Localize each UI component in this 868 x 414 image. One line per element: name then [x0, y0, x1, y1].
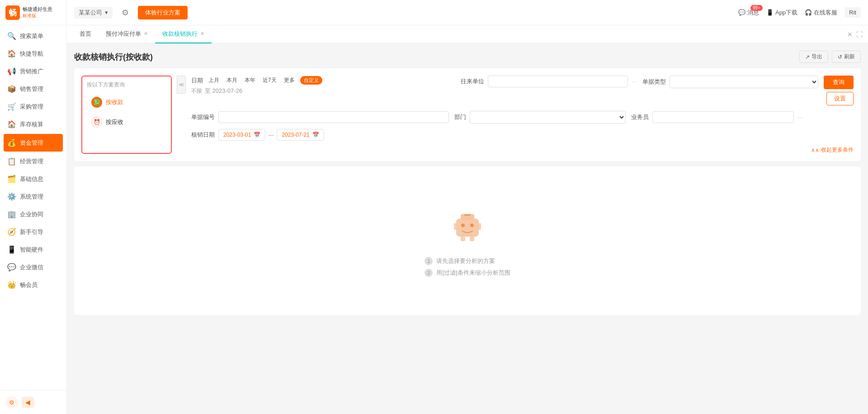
- date-shortcut-7days[interactable]: 近7天: [261, 76, 278, 85]
- solution-button[interactable]: 体验行业方案: [138, 6, 188, 19]
- sidebar-item-member[interactable]: 👑 畅会员: [0, 276, 66, 294]
- dept-select[interactable]: [470, 111, 626, 124]
- empty-tip-1: 1 请先选择要分析的方案: [425, 255, 510, 267]
- topbar-right: 💬 消息 99+ 📱 App下载 🎧 在线客服 Rit: [738, 7, 861, 18]
- enterprise-icon: 🏢: [7, 210, 16, 219]
- query-button[interactable]: 查询: [824, 76, 854, 89]
- page-actions: ↗ 导出 ↺ 刷新: [799, 51, 861, 63]
- date-shortcut-this-year[interactable]: 本年: [243, 76, 257, 85]
- svg-rect-8: [464, 214, 471, 216]
- tab-close-receivable[interactable]: ✕: [200, 31, 204, 37]
- setting-button[interactable]: 设置: [826, 92, 854, 105]
- empty-illustration: [445, 203, 490, 248]
- empty-tips: 1 请先选择要分析的方案 2 用[过滤]条件来缩小分析范围: [425, 255, 510, 279]
- sidebar-item-finance[interactable]: 💰 资金管理: [4, 134, 63, 152]
- filter-option-by-receivable[interactable]: ⏰ 按应收: [87, 113, 166, 131]
- staff-input[interactable]: [652, 111, 794, 123]
- sidebar-item-enterprise[interactable]: 🏢 企业协同: [0, 205, 66, 223]
- app-logo-text: 畅捷通好生意 标准版: [23, 6, 52, 19]
- sidebar-item-purchase[interactable]: 🛒 采购管理: [0, 98, 66, 115]
- marketing-icon: 📢: [7, 67, 16, 76]
- settings-bottom-icon[interactable]: ⚙: [5, 396, 18, 409]
- system-icon: ⚙️: [7, 192, 16, 201]
- sidebar-item-hardware[interactable]: 📱 智能硬件: [0, 241, 66, 258]
- tab-home[interactable]: 首页: [72, 25, 99, 43]
- date-shortcut-last-month[interactable]: 上月: [207, 76, 221, 85]
- headset-icon: 🎧: [805, 9, 812, 16]
- operation-icon: 📋: [7, 157, 16, 166]
- calendar-icon: 📅: [254, 132, 260, 138]
- sidebar-item-weixin[interactable]: 💬 企业微信: [0, 258, 66, 276]
- export-icon: ↗: [805, 54, 810, 60]
- page-content: 收款核销执行(按收款) ↗ 导出 ↺ 刷新 按以下方案查询 💹 按收款: [67, 43, 868, 414]
- receipt-icon: 💹: [91, 97, 102, 108]
- filter-scheme-selector: 按以下方案查询 💹 按收款 ⏰ 按应收: [81, 76, 172, 154]
- tab-receivable[interactable]: 收款核销执行 ✕: [155, 25, 212, 43]
- filter-scheme-title: 按以下方案查询: [87, 81, 166, 89]
- sidebar-item-system[interactable]: ⚙️ 系统管理: [0, 188, 66, 205]
- date-shortcut-this-month[interactable]: 本月: [225, 76, 239, 85]
- basic-icon: 🗂️: [7, 175, 16, 183]
- date-unlimited-label: 不限: [191, 87, 202, 95]
- verify-date-range: 2023-03-01 📅 — 2023-07-21 📅: [218, 129, 451, 141]
- sidebar-item-basic[interactable]: 🗂️ 基础信息: [0, 170, 66, 188]
- partner-more-icon[interactable]: ···: [632, 78, 637, 85]
- sidebar-item-sales[interactable]: 📦 销售管理: [0, 80, 66, 98]
- sidebar-item-operation[interactable]: 📋 经营管理: [0, 152, 66, 170]
- doc-type-select[interactable]: [670, 76, 818, 88]
- user-menu[interactable]: Rit: [844, 7, 861, 18]
- message-button[interactable]: 💬 消息 99+: [738, 9, 759, 17]
- tab-prepay[interactable]: 预付冲应付单 ✕: [99, 25, 155, 43]
- sidebar-nav: 🔍 搜索菜单 🏠 快捷导航 📢 营销推广 📦 销售管理 🛒 采购管理 🏠 库存核…: [0, 25, 66, 390]
- doc-type-label: 单据类型: [642, 78, 666, 86]
- app-download-button[interactable]: 📱 App下载: [766, 9, 797, 17]
- tab-close-all-button[interactable]: ✕: [847, 31, 853, 38]
- svg-rect-0: [456, 219, 479, 237]
- sidebar-item-guide[interactable]: 🧭 新手引导: [0, 223, 66, 241]
- date-dash: —: [268, 132, 274, 138]
- date-shortcut-more[interactable]: 更多: [282, 76, 297, 85]
- verify-end-date[interactable]: 2023-07-21 📅: [277, 129, 324, 141]
- mobile-icon: 📱: [766, 9, 774, 16]
- tab-expand-button[interactable]: ⛶: [856, 31, 863, 38]
- app-logo-icon: 畅: [5, 5, 20, 20]
- quick-nav-icon: 🏠: [7, 49, 16, 58]
- verify-start-date[interactable]: 2023-03-01 📅: [218, 129, 265, 141]
- svg-point-2: [461, 224, 465, 227]
- partner-label: 往来单位: [461, 77, 484, 86]
- sidebar-logo: 畅 畅捷通好生意 标准版: [0, 0, 66, 25]
- staff-more-icon[interactable]: ···: [797, 114, 803, 121]
- filter-fields-area: 日期 上月 本月 本年 近7天 更多 自定义 不限: [191, 76, 854, 154]
- dept-field: 部门: [454, 111, 626, 124]
- weixin-icon: 💬: [7, 263, 16, 271]
- partner-field: 往来单位 ···: [461, 76, 637, 87]
- online-service-button[interactable]: 🎧 在线客服: [805, 9, 837, 17]
- partner-input[interactable]: [488, 76, 628, 87]
- topbar-gear-button[interactable]: ⚙: [118, 5, 132, 20]
- sidebar-item-search[interactable]: 🔍 搜索菜单: [0, 27, 66, 45]
- doc-no-input[interactable]: [218, 111, 449, 123]
- hardware-icon: 📱: [7, 245, 16, 254]
- sidebar-collapse-button[interactable]: ◀: [22, 397, 34, 408]
- company-name: 某某公司: [79, 9, 102, 17]
- doc-no-field: 单据编号: [191, 111, 449, 123]
- member-icon: 👑: [7, 281, 16, 289]
- sidebar-item-inventory[interactable]: 🏠 库存核算: [0, 115, 66, 133]
- sidebar-item-marketing[interactable]: 📢 营销推广: [0, 62, 66, 80]
- company-selector[interactable]: 某某公司 ▾: [74, 7, 113, 19]
- chevron-left-icon: ≪: [179, 81, 184, 88]
- svg-rect-6: [461, 237, 465, 241]
- filter-option-by-receipt[interactable]: 💹 按收款: [87, 93, 166, 111]
- tab-close-prepay[interactable]: ✕: [144, 31, 148, 37]
- svg-point-3: [470, 224, 474, 227]
- more-conditions-toggle[interactable]: ∧∧ 收起更多条件: [811, 146, 854, 154]
- calendar-icon-end: 📅: [312, 132, 319, 138]
- refresh-button[interactable]: ↺ 刷新: [832, 51, 861, 63]
- tabs-actions: ✕ ⛶: [847, 31, 863, 38]
- staff-label: 业务员: [631, 113, 649, 121]
- date-shortcut-custom[interactable]: 自定义: [300, 76, 322, 85]
- sidebar-item-quick-nav[interactable]: 🏠 快捷导航: [0, 45, 66, 62]
- export-button[interactable]: ↗ 导出: [799, 51, 828, 63]
- filter-collapse-button[interactable]: ≪: [177, 76, 186, 94]
- svg-rect-7: [470, 237, 474, 241]
